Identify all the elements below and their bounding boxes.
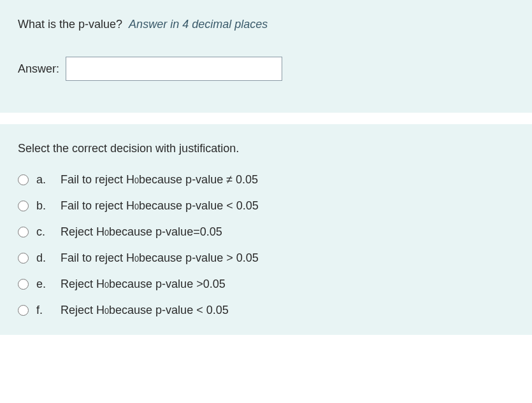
mc-question-text: Select the correct decision with justifi… xyxy=(18,142,514,155)
option-a[interactable]: a. Fail to reject H0 because p-value ≠ 0… xyxy=(18,173,514,187)
options-list: a. Fail to reject H0 because p-value ≠ 0… xyxy=(18,173,514,317)
pvalue-question-block: What is the p-value? Answer in 4 decimal… xyxy=(0,0,532,113)
option-letter: e. xyxy=(36,278,53,291)
radio-c[interactable] xyxy=(18,227,29,237)
option-e[interactable]: e. Reject H0 because p-value >0.05 xyxy=(18,278,514,291)
option-d[interactable]: d. Fail to reject H0 because p-value > 0… xyxy=(18,251,514,265)
option-text: Fail to reject H0 because p-value < 0.05 xyxy=(61,199,259,213)
radio-a[interactable] xyxy=(18,174,29,185)
question-text: What is the p-value? Answer in 4 decimal… xyxy=(18,18,514,31)
option-letter: b. xyxy=(36,199,53,213)
question-main-text: What is the p-value? xyxy=(18,18,122,31)
answer-input[interactable] xyxy=(66,57,282,81)
option-text: Reject H0 because p-value=0.05 xyxy=(61,225,222,239)
option-letter: c. xyxy=(36,225,53,239)
radio-d[interactable] xyxy=(18,253,29,264)
radio-e[interactable] xyxy=(18,279,29,290)
option-letter: f. xyxy=(36,304,53,317)
answer-label: Answer: xyxy=(18,62,59,76)
option-c[interactable]: c. Reject H0 because p-value=0.05 xyxy=(18,225,514,239)
option-text: Fail to reject H0 because p-value > 0.05 xyxy=(61,251,259,265)
option-f[interactable]: f. Reject H0 because p-value < 0.05 xyxy=(18,304,514,317)
radio-b[interactable] xyxy=(18,201,29,211)
radio-f[interactable] xyxy=(18,305,29,316)
option-text: Fail to reject H0 because p-value ≠ 0.05 xyxy=(61,173,258,187)
option-text: Reject H0 because p-value < 0.05 xyxy=(61,304,229,317)
option-letter: a. xyxy=(36,173,53,187)
multiple-choice-block: Select the correct decision with justifi… xyxy=(0,124,532,335)
answer-row: Answer: xyxy=(18,57,514,81)
option-letter: d. xyxy=(36,251,53,265)
question-instruction: Answer in 4 decimal places xyxy=(129,18,268,31)
option-text: Reject H0 because p-value >0.05 xyxy=(61,278,226,291)
option-b[interactable]: b. Fail to reject H0 because p-value < 0… xyxy=(18,199,514,213)
